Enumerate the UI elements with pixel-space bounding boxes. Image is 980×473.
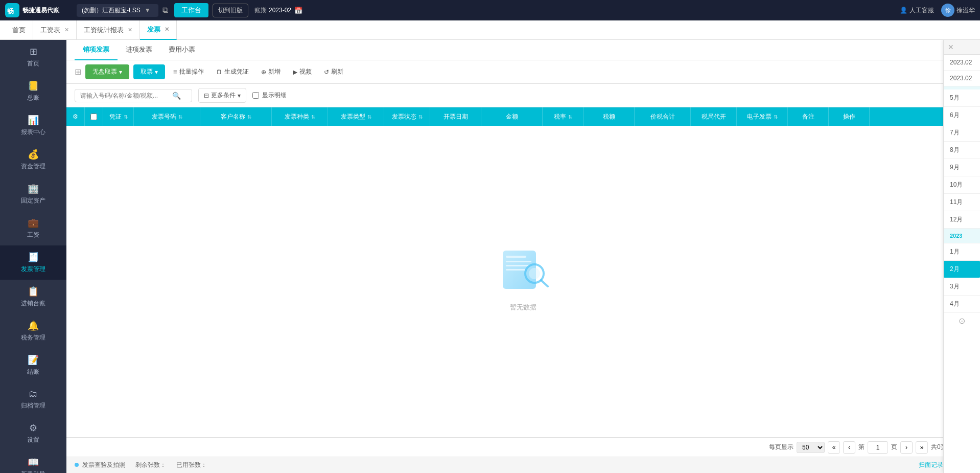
- th-elec[interactable]: 电子发票 ⇅: [737, 107, 788, 126]
- no-tax-btn-wrap: 无盘取票 ▾: [85, 64, 129, 79]
- svg-rect-5: [506, 265, 529, 266]
- date-item-2023-m4[interactable]: 4月: [944, 296, 980, 313]
- date-item-2023-m2[interactable]: 2月: [944, 261, 980, 278]
- sidebar-item-report[interactable]: 📊 报表中心: [0, 108, 66, 143]
- th-inv-cat[interactable]: 发票类型 ⇅: [328, 107, 384, 126]
- sub-tab-purchase[interactable]: 进项发票: [118, 40, 160, 60]
- date-item-current2[interactable]: 2023.02: [944, 71, 980, 86]
- date-item-2023-m3[interactable]: 3月: [944, 278, 980, 296]
- batch-ops-button[interactable]: ≡ 批量操作: [169, 65, 208, 79]
- sidebar-label-settle: 结账: [27, 368, 39, 376]
- settings-icon: ⚙: [29, 422, 37, 434]
- th-tax-code[interactable]: 税局代开: [691, 107, 737, 126]
- th-tax-rate[interactable]: 税率 ⇅: [543, 107, 584, 126]
- sidebar-item-tax[interactable]: 🔔 税务管理: [0, 314, 66, 348]
- select-all-checkbox[interactable]: [90, 114, 97, 120]
- copy-icon[interactable]: ⧉: [162, 6, 168, 15]
- tab-home[interactable]: 首页: [5, 20, 33, 40]
- refresh-button[interactable]: ↺ 刷新: [320, 65, 347, 79]
- show-detail-checkbox-wrap[interactable]: 显示明细: [252, 91, 287, 100]
- sub-tab-sales[interactable]: 销项发票: [75, 40, 118, 60]
- period-edit-icon[interactable]: 📅: [294, 7, 302, 14]
- th-inv-no[interactable]: 发票号码 ⇅: [134, 107, 200, 126]
- svg-text:畅: 畅: [7, 7, 14, 15]
- logo-icon: 畅: [5, 3, 19, 17]
- th-amount[interactable]: 金额: [481, 107, 543, 126]
- th-tax[interactable]: 税额: [584, 107, 635, 126]
- horizontal-scrollbar[interactable]: [66, 431, 980, 437]
- first-page-button[interactable]: «: [828, 441, 840, 454]
- get-ticket-button[interactable]: 取票 ▾: [133, 64, 165, 79]
- old-version-button[interactable]: 切到旧版: [213, 4, 248, 17]
- th-inv-type[interactable]: 发票种类 ⇅: [272, 107, 328, 126]
- page-input[interactable]: 1: [868, 441, 888, 454]
- date-item-current1[interactable]: 2023.02: [944, 55, 980, 71]
- sidebar-item-ledger[interactable]: 📒 总账: [0, 74, 66, 108]
- date-item-m5[interactable]: 5月: [944, 89, 980, 107]
- sidebar-item-fund[interactable]: 💰 资金管理: [0, 143, 66, 177]
- main-layout: ⊞ 首页 📒 总账 📊 报表中心 💰 资金管理 🏢 固定资产 💼 工资 🧾 发票…: [0, 40, 980, 473]
- filter-icon: ⊟: [204, 92, 209, 99]
- per-page-select[interactable]: 50 100 200: [797, 442, 825, 453]
- date-item-2023-m1[interactable]: 1月: [944, 243, 980, 261]
- tab-invoice[interactable]: 发票 ✕: [140, 20, 177, 40]
- sidebar-item-sales[interactable]: 📋 进销台账: [0, 280, 66, 314]
- inv-type-sort-icon: ⇅: [311, 114, 315, 120]
- th-remark[interactable]: 备注: [788, 107, 829, 126]
- gen-voucher-button[interactable]: 🗒 生成凭证: [212, 65, 253, 79]
- video-button[interactable]: ▶ 视频: [289, 65, 316, 79]
- company-selector[interactable]: (勿删）江西服宝-LSS ▼: [77, 4, 158, 17]
- content-area: 销项发票 进项发票 费用小票 ⊞ 无盘取票 ▾ 取票: [66, 40, 980, 473]
- tab-payroll[interactable]: 工资表 ✕: [33, 20, 77, 40]
- tab-payroll-stat[interactable]: 工资统计报表 ✕: [77, 20, 140, 40]
- user-info[interactable]: 徐 徐溢华: [941, 4, 975, 17]
- date-item-m11[interactable]: 11月: [944, 194, 980, 211]
- scan-records-link[interactable]: 扫面记录: [919, 461, 943, 469]
- sidebar-item-archive[interactable]: 🗂 归档管理: [0, 382, 66, 416]
- th-customer[interactable]: 客户名称 ⇅: [200, 107, 272, 126]
- tab-payroll-stat-close[interactable]: ✕: [128, 27, 132, 33]
- sidebar-item-asset[interactable]: 🏢 固定资产: [0, 177, 66, 211]
- view-grid-icon[interactable]: ⊞: [75, 67, 81, 77]
- next-page-button[interactable]: ›: [900, 441, 913, 454]
- th-check[interactable]: [85, 107, 103, 126]
- company-dropdown-icon: ▼: [145, 7, 151, 14]
- more-filter-button[interactable]: ⊟ 更多条件 ▾: [198, 88, 246, 103]
- th-total[interactable]: 价税合计: [635, 107, 691, 126]
- svg-line-9: [541, 280, 548, 286]
- th-cert[interactable]: 凭证 ⇅: [103, 107, 134, 126]
- report-icon: 📊: [28, 115, 39, 126]
- th-settings[interactable]: ⚙: [66, 107, 85, 126]
- sidebar-item-settle[interactable]: 📝 结账: [0, 348, 66, 382]
- toolbar: ⊞ 无盘取票 ▾ 取票 ▾ ≡ 批量操作 🗒 生成凭证: [66, 60, 980, 84]
- sidebar-item-settings[interactable]: ⚙ 设置: [0, 416, 66, 451]
- last-page-button[interactable]: »: [916, 441, 928, 454]
- date-item-m9[interactable]: 9月: [944, 159, 980, 176]
- footer-info: 发票查验及拍照 剩余张数： 已用张数： 扫面记录 去充值: [66, 457, 980, 473]
- date-item-m8[interactable]: 8月: [944, 142, 980, 159]
- date-item-m12[interactable]: 12月: [944, 211, 980, 229]
- th-inv-status[interactable]: 发票状态 ⇅: [384, 107, 430, 126]
- home-icon: ⊞: [30, 46, 37, 57]
- date-item-m6[interactable]: 6月: [944, 107, 980, 124]
- workspace-button[interactable]: 工作台: [174, 3, 208, 17]
- prev-page-button[interactable]: ‹: [843, 441, 855, 454]
- search-input[interactable]: [80, 92, 172, 99]
- th-date[interactable]: 开票日期: [430, 107, 481, 126]
- sub-tab-expense[interactable]: 费用小票: [160, 40, 203, 60]
- date-item-m7[interactable]: 7月: [944, 124, 980, 142]
- tab-invoice-close[interactable]: ✕: [165, 26, 169, 33]
- sidebar-item-payroll[interactable]: 💼 工资: [0, 211, 66, 245]
- archive-icon: 🗂: [29, 389, 38, 399]
- tab-payroll-close[interactable]: ✕: [64, 27, 69, 33]
- sidebar-item-invoice[interactable]: 🧾 发票管理: [0, 245, 66, 280]
- date-panel-close-icon[interactable]: ✕: [948, 43, 954, 51]
- date-item-m10[interactable]: 10月: [944, 176, 980, 194]
- new-button[interactable]: ⊕ 新增: [257, 65, 285, 79]
- sidebar-item-guide[interactable]: 📖 新手引导: [0, 451, 66, 473]
- page-suffix: 页: [891, 443, 897, 452]
- no-tax-button[interactable]: 无盘取票 ▾: [85, 64, 129, 79]
- ai-service[interactable]: 👤 人工客服: [900, 6, 934, 15]
- show-detail-checkbox[interactable]: [252, 92, 259, 99]
- sidebar-item-home[interactable]: ⊞ 首页: [0, 40, 66, 74]
